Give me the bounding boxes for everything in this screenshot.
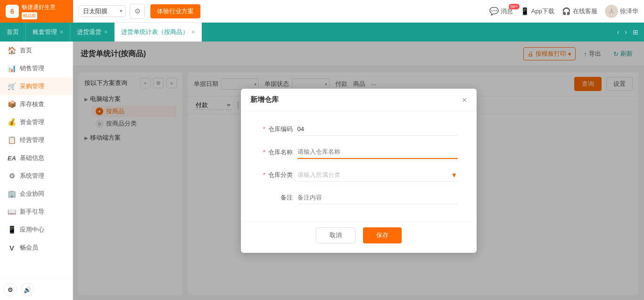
- enterprise-icon: 🏢: [8, 190, 16, 198]
- finance-icon: 💰: [8, 118, 16, 126]
- form-label-remark: 备注: [260, 193, 297, 202]
- tab-close-purchase-return[interactable]: ×: [104, 29, 107, 35]
- operations-icon: 📋: [8, 136, 16, 144]
- form-label-name: * 仓库名称: [260, 148, 297, 157]
- new-warehouse-modal: 新增仓库 × * 仓库编码 *: [241, 89, 477, 253]
- sidebar-item-purchase[interactable]: 🛒 采购管理: [0, 77, 73, 95]
- warehouse-remark-input[interactable]: [297, 191, 458, 204]
- required-mark-code: *: [263, 125, 265, 133]
- logo-area: 6 畅捷通好生意 精品版: [0, 0, 73, 23]
- tab-prev-btn[interactable]: ‹: [615, 27, 621, 37]
- app-download-nav-item[interactable]: 📱 App下载: [520, 7, 554, 16]
- mobile-icon: 📱: [520, 7, 529, 16]
- sidebar-item-guide[interactable]: 📖 新手引导: [0, 203, 73, 221]
- sidebar-item-vip[interactable]: V 畅会员: [0, 239, 73, 257]
- tab-bar: 首页 账套管理 × 进货退货 × 进货单统计表（按商品） × ‹ › ⊞: [0, 23, 644, 42]
- content-area: 进货单统计(按商品) 🖨 按模板打印 ▾ ↑ 导出 ↻ 刷新: [73, 42, 644, 300]
- sidebar-item-operations[interactable]: 📋 经营管理: [0, 131, 73, 149]
- tab-account[interactable]: 账套管理 ×: [26, 23, 70, 42]
- vip-icon: V: [8, 243, 16, 252]
- cancel-btn[interactable]: 取消: [316, 227, 355, 243]
- logo-badge: 精品版: [22, 12, 37, 19]
- message-nav-item[interactable]: 💬 99+ 消息: [489, 7, 513, 16]
- tab-close-account[interactable]: ×: [60, 29, 63, 35]
- warehouse-category-wrap[interactable]: 请输入所属分类 ▾: [297, 168, 458, 182]
- sidebar-bottom: ⚙ 🔊: [0, 279, 73, 300]
- top-navbar: 6 畅捷通好生意 精品版 日太阳膜 ▾ ⚙ 体验行业方案 💬 99+ 消息 📱 …: [0, 0, 644, 23]
- sidebar-item-apps[interactable]: 📱 应用中心: [0, 221, 73, 239]
- basic-info-icon: EA: [8, 154, 16, 162]
- sidebar-item-basic-info[interactable]: EA 基础信息: [0, 149, 73, 167]
- form-row-remark: 备注: [260, 191, 458, 204]
- sidebar-item-sales[interactable]: 📊 销售管理: [0, 59, 73, 77]
- logo-icon: 6: [6, 5, 19, 18]
- sidebar-speaker-btn[interactable]: 🔊: [21, 283, 34, 296]
- tab-purchase-return[interactable]: 进货退货 ×: [70, 23, 115, 42]
- modal-footer: 取消 保存: [241, 221, 477, 253]
- tab-menu-btn[interactable]: ⊞: [631, 27, 640, 37]
- user-nav-item[interactable]: 人 徐泽华: [605, 5, 638, 18]
- modal-body: * 仓库编码 * 仓库名称: [241, 111, 477, 221]
- form-row-category: * 仓库分类 请输入所属分类 ▾: [260, 168, 458, 182]
- sales-icon: 📊: [8, 64, 16, 73]
- modal-header: 新增仓库 ×: [241, 89, 477, 111]
- warehouse-category-select[interactable]: 请输入所属分类: [297, 168, 458, 181]
- form-label-code: * 仓库编码: [260, 125, 297, 133]
- required-mark-name: *: [263, 149, 265, 156]
- logo-text: 畅捷通好生意 精品版: [22, 3, 56, 19]
- app-download-label: App下载: [531, 7, 554, 16]
- home-icon: 🏠: [8, 46, 16, 55]
- tab-controls: ‹ › ⊞: [611, 27, 644, 37]
- store-search-wrap[interactable]: 日太阳膜 ▾: [79, 5, 126, 17]
- headphone-icon: 🎧: [562, 7, 571, 16]
- online-service-label: 在线客服: [573, 7, 597, 16]
- modal-title: 新增仓库: [250, 95, 279, 104]
- avatar: 人: [605, 5, 618, 18]
- sidebar-item-enterprise[interactable]: 🏢 企业协同: [0, 185, 73, 203]
- sidebar-item-finance[interactable]: 💰 资金管理: [0, 113, 73, 131]
- system-icon: ⚙: [8, 172, 16, 180]
- tab-purchase-stats[interactable]: 进货单统计表（按商品） ×: [115, 23, 202, 42]
- nav-right: 💬 99+ 消息 📱 App下载 🎧 在线客服 人 徐泽华: [489, 5, 638, 18]
- sidebar-settings-btn[interactable]: ⚙: [4, 283, 17, 296]
- tab-home[interactable]: 首页: [0, 23, 26, 42]
- username-label: 徐泽华: [620, 7, 638, 16]
- modal-close-btn[interactable]: ×: [462, 96, 467, 104]
- warehouse-name-input[interactable]: [297, 145, 458, 159]
- sidebar-item-inventory[interactable]: 📦 库存核查: [0, 95, 73, 113]
- sidebar: 🏠 首页 📊 销售管理 🛒 采购管理 📦 库存核查 💰 资金管理 📋 经: [0, 42, 73, 300]
- required-mark-category: *: [263, 171, 265, 178]
- online-service-nav-item[interactable]: 🎧 在线客服: [562, 7, 597, 16]
- form-row-name: * 仓库名称: [260, 145, 458, 159]
- save-btn[interactable]: 保存: [363, 227, 402, 243]
- settings-gear-btn[interactable]: ⚙: [130, 4, 145, 19]
- message-icon: 💬: [489, 7, 499, 16]
- experience-btn[interactable]: 体验行业方案: [150, 4, 200, 18]
- gear-icon: ⚙: [134, 7, 140, 16]
- purchase-icon: 🛒: [8, 82, 16, 91]
- store-select[interactable]: 日太阳膜: [79, 5, 126, 17]
- message-badge: 99+: [509, 4, 520, 9]
- tab-next-btn[interactable]: ›: [623, 27, 629, 37]
- sidebar-item-system[interactable]: ⚙ 系统管理: [0, 167, 73, 185]
- tab-close-purchase-stats[interactable]: ×: [191, 29, 195, 35]
- modal-overlay[interactable]: 新增仓库 × * 仓库编码 *: [73, 42, 644, 300]
- main-layout: 🏠 首页 📊 销售管理 🛒 采购管理 📦 库存核查 💰 资金管理 📋 经: [0, 42, 644, 300]
- form-label-category: * 仓库分类: [260, 171, 297, 179]
- sidebar-item-home[interactable]: 🏠 首页: [0, 42, 73, 59]
- sidebar-menu: 🏠 首页 📊 销售管理 🛒 采购管理 📦 库存核查 💰 资金管理 📋 经: [0, 42, 73, 279]
- form-row-code: * 仓库编码: [260, 123, 458, 136]
- guide-icon: 📖: [8, 208, 16, 216]
- apps-icon: 📱: [8, 225, 16, 234]
- warehouse-code-input[interactable]: [297, 123, 458, 136]
- inventory-icon: 📦: [8, 100, 16, 108]
